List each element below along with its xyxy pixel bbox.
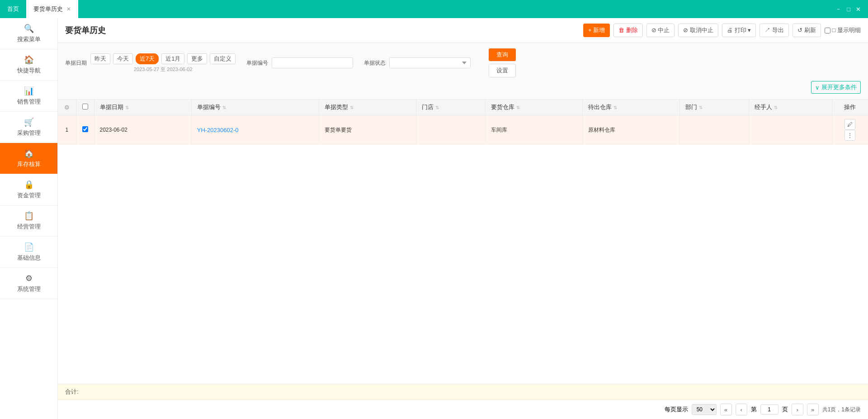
th-department-sort[interactable]: 部门 ⇅ <box>685 103 743 111</box>
action-buttons: 查询 设置 <box>489 48 516 77</box>
date-last1month-btn[interactable]: 近1月 <box>161 53 184 64</box>
th-doc-number-sort[interactable]: 单据编号 ⇅ <box>197 103 313 111</box>
row-store <box>416 115 485 145</box>
display-detail-checkbox[interactable] <box>825 28 830 33</box>
th-doc-date-label: 单据日期 <box>100 103 123 111</box>
sidebar-item-search-menu[interactable]: 🔍 搜索菜单 <box>0 18 57 49</box>
expand-filters-btn[interactable]: ∨ 展开更多条件 <box>811 81 861 94</box>
last-page-btn[interactable]: » <box>807 404 819 415</box>
doc-number-input[interactable] <box>272 57 353 68</box>
sidebar-item-finance-mgmt[interactable]: 🔒 资金管理 <box>0 174 57 205</box>
table-container: ⚙ 单据日期 ⇅ 单据编号 <box>58 100 868 384</box>
doc-number-link[interactable]: YH-20230602-0 <box>197 127 239 133</box>
th-req-warehouse-sort[interactable]: 要货仓库 ⇅ <box>491 103 577 111</box>
th-handler[interactable]: 经手人 ⇅ <box>749 100 832 115</box>
th-store-sort[interactable]: 门店 ⇅ <box>422 103 479 111</box>
stop-button[interactable]: ⊘ 中止 <box>646 24 675 37</box>
pagination: 每页显示 50 10 20 100 « ‹ 第 页 › » 共1页，1条记录 <box>58 400 868 419</box>
close-btn[interactable]: ✕ <box>856 6 861 13</box>
display-detail-label: □ 显示明细 <box>832 26 861 34</box>
th-handler-sort[interactable]: 经手人 ⇅ <box>755 103 826 111</box>
table-row[interactable]: 1 2023-06-02 YH-20230602-0 要货单要货 车间库 原材料… <box>58 115 868 145</box>
sidebar-item-system-mgmt[interactable]: ⚙ 系统管理 <box>0 268 57 299</box>
sidebar-item-basic-info-label: 基础信息 <box>17 254 41 262</box>
top-bar: 首页 要货单历史 ✕ － □ ✕ <box>0 0 868 18</box>
cancel-stop-button[interactable]: ⊘ 取消中止 <box>678 24 718 37</box>
finance-mgmt-icon: 🔒 <box>24 180 34 190</box>
row-department <box>680 115 749 145</box>
date-custom-btn[interactable]: 自定义 <box>210 53 236 64</box>
tab-home[interactable]: 首页 <box>0 0 26 18</box>
row-more-btn[interactable]: ⋮ <box>844 130 855 141</box>
date-yesterday-btn[interactable]: 昨天 <box>90 53 110 64</box>
th-doc-date-sort[interactable]: 单据日期 ⇅ <box>100 103 186 111</box>
first-page-btn[interactable]: « <box>720 404 732 415</box>
column-settings-icon[interactable]: ⚙ <box>64 104 70 111</box>
refresh-button[interactable]: ↺ 刷新 <box>793 24 821 37</box>
th-req-warehouse[interactable]: 要货仓库 ⇅ <box>485 100 582 115</box>
sidebar-item-quick-nav-label: 快捷导航 <box>17 67 41 75</box>
sidebar-item-search-menu-label: 搜索菜单 <box>17 35 41 43</box>
sidebar-item-operations-mgmt[interactable]: 📋 经营管理 <box>0 205 57 237</box>
doc-number-label: 单据编号 <box>246 59 268 67</box>
print-button[interactable]: 🖨 打印 ▾ <box>722 24 756 37</box>
th-doc-type-sort[interactable]: 单据类型 ⇅ <box>325 103 410 111</box>
sidebar-item-quick-nav[interactable]: 🏠 快捷导航 <box>0 49 57 81</box>
sidebar-item-basic-info[interactable]: 📄 基础信息 <box>0 237 57 268</box>
th-pending-warehouse-label: 待出仓库 <box>588 103 612 111</box>
th-pending-warehouse[interactable]: 待出仓库 ⇅ <box>583 100 680 115</box>
th-doc-type[interactable]: 单据类型 ⇅ <box>319 100 416 115</box>
delete-button[interactable]: 🗑 删除 <box>613 24 643 37</box>
date-today-btn[interactable]: 今天 <box>113 53 133 64</box>
page-header: 要货单历史 + 新增 🗑 删除 ⊘ 中止 ⊘ 取消中止 🖨 打印 ▾ <box>58 18 868 43</box>
store-sort-icon: ⇅ <box>435 105 439 110</box>
quick-nav-icon: 🏠 <box>24 55 34 65</box>
prev-page-btn[interactable]: ‹ <box>736 404 747 415</box>
select-all-checkbox[interactable] <box>82 104 88 110</box>
th-department[interactable]: 部门 ⇅ <box>680 100 749 115</box>
per-page-select[interactable]: 50 10 20 100 <box>692 404 717 415</box>
page-title: 要货单历史 <box>65 25 106 36</box>
sidebar-item-purchase-mgmt[interactable]: 🛒 采购管理 <box>0 112 57 143</box>
query-button[interactable]: 查询 <box>489 48 516 61</box>
th-pending-warehouse-sort[interactable]: 待出仓库 ⇅ <box>588 103 674 111</box>
date-more-btn[interactable]: 更多 <box>187 53 207 64</box>
next-page-btn[interactable]: › <box>792 404 803 415</box>
th-store[interactable]: 门店 ⇅ <box>416 100 485 115</box>
last-page-icon: » <box>811 406 814 413</box>
sidebar-item-purchase-mgmt-label: 采购管理 <box>17 129 41 137</box>
date-last7days-btn[interactable]: 近7天 <box>136 53 159 64</box>
display-detail-checkbox-label[interactable]: □ 显示明细 <box>825 26 861 34</box>
sidebar-item-inventory-calc[interactable]: 🏠 库存核算 <box>0 143 57 174</box>
settings-button[interactable]: 设置 <box>489 64 516 77</box>
table-footer: 合计: <box>58 384 868 400</box>
export-button[interactable]: ↗ 导出 <box>760 24 789 37</box>
th-doc-number[interactable]: 单据编号 ⇅ <box>191 100 319 115</box>
content-area: 要货单历史 + 新增 🗑 删除 ⊘ 中止 ⊘ 取消中止 🖨 打印 ▾ <box>58 18 868 419</box>
row-edit-btn[interactable]: 🖊 <box>844 119 855 130</box>
row-num: 1 <box>58 115 76 145</box>
row-doc-date: 2023-06-02 <box>94 115 191 145</box>
total-label: 合计: <box>65 388 79 395</box>
row-checkbox[interactable] <box>82 126 88 132</box>
sidebar-item-inventory-calc-label: 库存核算 <box>17 160 41 168</box>
close-tab-icon[interactable]: ✕ <box>66 6 71 12</box>
doc-status-select[interactable] <box>389 57 471 68</box>
print-button-label: 🖨 打印 ▾ <box>727 26 751 34</box>
th-department-label: 部门 <box>685 103 697 111</box>
new-button[interactable]: + 新增 <box>583 24 610 37</box>
th-check <box>76 100 94 115</box>
minimize-btn[interactable]: － <box>835 5 841 13</box>
tab-requisition-history[interactable]: 要货单历史 ✕ <box>26 0 78 18</box>
query-button-label: 查询 <box>496 51 508 58</box>
doc-type-sort-icon: ⇅ <box>350 105 354 110</box>
th-doc-date[interactable]: 单据日期 ⇅ <box>94 100 191 115</box>
page-word: 第 <box>751 405 757 414</box>
date-filter-group: 单据日期 昨天 今天 近7天 <box>65 53 236 73</box>
doc-status-filter-group: 单据状态 <box>364 57 471 68</box>
expand-down-icon: ∨ <box>815 84 820 91</box>
doc-status-label: 单据状态 <box>364 59 386 67</box>
maximize-btn[interactable]: □ <box>847 6 850 13</box>
page-number-input[interactable] <box>760 405 778 414</box>
sidebar-item-sales-mgmt[interactable]: 📊 销售管理 <box>0 81 57 112</box>
